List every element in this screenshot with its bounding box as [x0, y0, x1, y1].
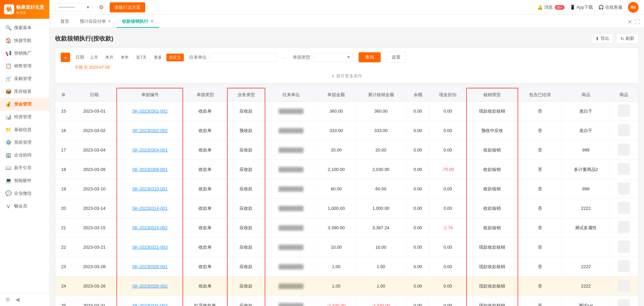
cell-goods2: [610, 121, 638, 140]
sidebar-item-sales[interactable]: 📋 销售管理: [0, 60, 49, 72]
sidebar-item-enterprise[interactable]: 🏢 企业协同: [0, 149, 49, 162]
data-table: ⚙ 日期 单据编号 单据类型 业务类型 往来单位 单据金额 累计核销金额 余额 …: [55, 88, 638, 306]
cell-date: 2023-03-14: [72, 199, 117, 218]
cell-cumulative: 2,030.00: [356, 160, 407, 179]
sidebar-item-label-member: 畅会员: [14, 203, 27, 209]
sidebar-item-member[interactable]: V 畅会员: [0, 200, 49, 212]
cell-no: 16: [55, 121, 72, 140]
sidebar-collapse-icon[interactable]: ◀: [15, 296, 19, 303]
close-all-icon[interactable]: ✕: [628, 19, 632, 25]
voucher-no-link[interactable]: SK-20230310-001: [132, 186, 168, 191]
cell-biz-type: 应收款: [227, 218, 265, 238]
topbar-settings-button[interactable]: ⚙: [96, 2, 106, 12]
sidebar-item-basic[interactable]: 📁 基础信息: [0, 123, 49, 136]
sidebar-settings-icon[interactable]: ⚙: [5, 296, 10, 303]
export-button[interactable]: ⬆ 导出: [591, 34, 613, 44]
sidebar-item-capital[interactable]: 💰 资金管理: [0, 98, 49, 111]
filter-partner-item: 往来单位: [189, 53, 276, 62]
voucher-no-link[interactable]: SK-20230328-002: [132, 284, 168, 289]
cell-partner: ████████: [265, 238, 317, 257]
sidebar-item-inventory[interactable]: 📦 库存核算: [0, 85, 49, 98]
cell-biz-type: 应收款: [227, 140, 265, 160]
voucher-no-link[interactable]: SK-20230315-002: [132, 225, 168, 230]
cell-partner: ████████: [265, 121, 317, 140]
app-download-item[interactable]: 📱 App下载: [570, 4, 593, 10]
sidebar-item-guide[interactable]: 📖 新手引导: [0, 162, 49, 174]
sidebar-item-wechat[interactable]: 💬 企业微信: [0, 187, 49, 200]
filter-last-month[interactable]: 上月: [87, 53, 101, 62]
col-header-include-settled: 包含已结清: [518, 88, 562, 102]
refresh-button[interactable]: ↻ 刷新: [616, 34, 639, 44]
notification-item[interactable]: 🔔 消息 99+: [537, 4, 565, 10]
voucher-no-link[interactable]: SK-20230304-001: [132, 147, 168, 152]
cell-amount: 3,390.00: [317, 218, 356, 238]
col-header-settings[interactable]: ⚙: [55, 88, 72, 102]
filter-last-7days[interactable]: 近7天: [133, 53, 150, 62]
voucher-no-link[interactable]: SK-20230331-002: [132, 303, 168, 306]
table-row: 21 2023-03-15 SK-20230315-002 收款单 应收款 ██…: [55, 218, 638, 238]
cell-cancel-type: 收款核销: [467, 160, 518, 179]
filter-this-year[interactable]: 本年: [118, 53, 132, 62]
cell-partner: ████████: [265, 179, 317, 199]
topbar-industry-button[interactable]: 体验行业方案: [110, 2, 145, 12]
cell-no: 18: [55, 160, 72, 179]
sidebar-item-operations[interactable]: 📊 经营管理: [0, 111, 49, 123]
cell-balance: 0.00: [406, 160, 429, 179]
sidebar-item-marketing[interactable]: 📢 营销推广: [0, 47, 49, 60]
cell-cash-discount: 0.00: [429, 238, 467, 257]
user-avatar-item[interactable]: Rit: [628, 2, 639, 13]
cell-voucher-type: 收款单: [183, 199, 227, 218]
sidebar-item-icon-search: 🔍: [5, 25, 11, 31]
filter-settings-button[interactable]: 设置: [386, 52, 406, 63]
filter-partner-input[interactable]: [209, 53, 276, 62]
tab-collection-cancel[interactable]: 收款核销执行 ✕: [117, 16, 159, 28]
cell-date: 2023-03-28: [72, 257, 117, 277]
cell-goods: 测试多属性: [562, 218, 610, 238]
cell-cancel-type: 现款收款核销: [467, 277, 518, 296]
cell-date: 2023-03-01: [72, 102, 117, 121]
cell-balance: 0.00: [406, 238, 429, 257]
sidebar-item-system[interactable]: ⚙️ 系统管理: [0, 136, 49, 149]
filter-voucher-type-select[interactable]: [313, 53, 353, 62]
filter-custom[interactable]: 自定义: [166, 54, 184, 61]
cell-date: 2023-03-21: [72, 238, 117, 257]
cell-balance: 0.00: [406, 199, 429, 218]
export-icon: ⬆: [595, 36, 599, 41]
topbar-right: 🔔 消息 99+ 📱 App下载 🎧 在线客服 Rit: [537, 2, 639, 13]
filter-more[interactable]: 更多: [151, 53, 165, 62]
voucher-no-link[interactable]: SK-20230302-002: [132, 128, 168, 133]
page-title: 收款核销执行(按收款): [55, 35, 113, 43]
tab-collection-close[interactable]: ✕: [150, 19, 154, 24]
sidebar-item-label-search: 搜索菜单: [14, 25, 32, 31]
voucher-no-link[interactable]: SK-20230328-001: [132, 264, 168, 269]
online-service-item[interactable]: 🎧 在线客服: [598, 4, 623, 10]
topbar-dropdown[interactable]: ━━━━━━ ▾: [55, 3, 93, 11]
filter-this-month[interactable]: 本月: [102, 53, 116, 62]
voucher-no-link[interactable]: SK-20230321-003: [132, 245, 168, 250]
sidebar-item-hardware[interactable]: 💻 智能硬件: [0, 174, 49, 187]
voucher-no-link[interactable]: SK-20230314-001: [132, 206, 168, 211]
tab-prepay-close[interactable]: ✕: [108, 19, 111, 24]
sidebar-item-search[interactable]: 🔍 搜索菜单: [0, 21, 49, 34]
cell-cash-discount: 0.00: [429, 102, 467, 121]
cell-cumulative: 360.00: [356, 102, 407, 121]
voucher-no-link[interactable]: SK-20230301-002: [132, 109, 168, 114]
filter-query-button[interactable]: 查询: [359, 52, 381, 62]
filter-date-range-display: 不限 至 2023-07-26: [75, 65, 633, 70]
tab-prepay[interactable]: 预计应应付单 ✕: [74, 16, 117, 28]
filter-toggle-button[interactable]: »: [61, 53, 70, 62]
cell-amount: -2,430.00: [317, 296, 356, 306]
voucher-no-link[interactable]: SK-20230308-001: [132, 167, 168, 172]
cell-cancel-type: 收款核销: [467, 179, 518, 199]
tab-home[interactable]: 首页: [55, 16, 74, 28]
sidebar-item-purchase[interactable]: 🛒 采购管理: [0, 72, 49, 85]
cell-voucher-type: 收款单: [183, 121, 227, 140]
app-logo-icon: 畅: [4, 4, 14, 14]
sidebar-item-quick-nav[interactable]: 🏠 快捷导航: [0, 34, 49, 47]
cell-biz-type: 预收款: [227, 121, 265, 140]
cell-no: 15: [55, 102, 72, 121]
cell-cumulative: 1.00: [356, 257, 407, 277]
maximize-icon[interactable]: ⛶: [635, 19, 640, 25]
expand-conditions-bar[interactable]: ∨ 展开更多条件: [61, 73, 633, 79]
cell-cancel-type: 收款核销: [467, 140, 518, 160]
